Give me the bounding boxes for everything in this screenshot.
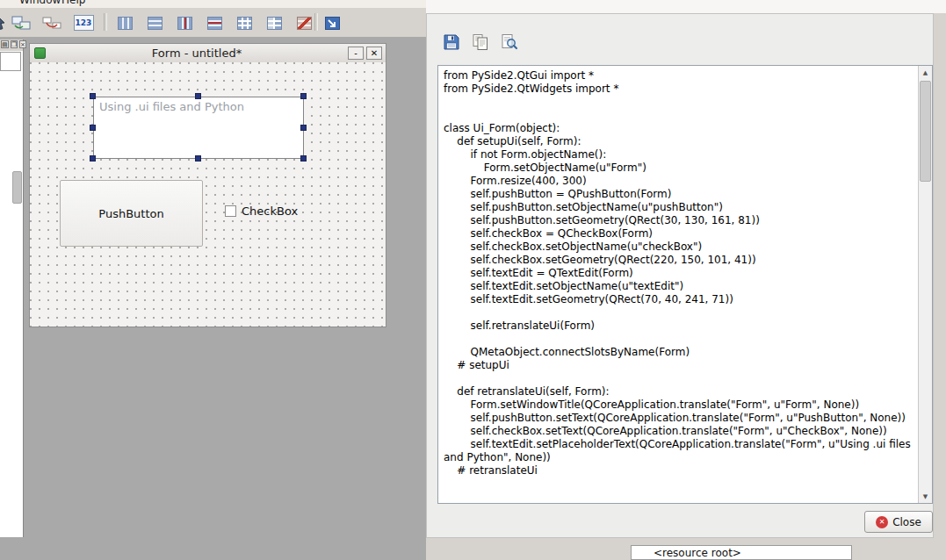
form-icon: [34, 47, 46, 59]
window-background-top-right: [426, 0, 946, 13]
close-icon: ✕: [876, 516, 888, 528]
copy-button[interactable]: [468, 30, 493, 54]
close-button[interactable]: ✕ Close: [864, 511, 933, 533]
selection-handle-nw[interactable]: [90, 93, 96, 99]
edit-buddies-icon: [42, 14, 61, 32]
break-layout-icon: [297, 17, 312, 30]
dock-search-box[interactable]: [0, 52, 21, 71]
lay-out-vertical-splitter-icon: [207, 17, 222, 30]
checkbox-widget[interactable]: CheckBox: [225, 203, 298, 219]
edit-signals-slots-icon: [11, 14, 31, 32]
textedit-widget[interactable]: Using .ui files and Python: [93, 97, 304, 159]
adjust-size-icon: [325, 17, 340, 30]
lay-out-horizontally-icon: [118, 17, 133, 30]
code-preview-dialog: from PySide2.QtGui import * from PySide2…: [426, 13, 934, 538]
dock-close-button[interactable]: ×: [19, 40, 26, 48]
lay-out-form-layout-icon: [267, 17, 282, 30]
selection-handle-n[interactable]: [195, 93, 201, 99]
form-canvas[interactable]: Using .ui files and Python PushButton Ch…: [30, 62, 386, 327]
scroll-down-button[interactable]: ▼: [919, 490, 932, 503]
copy-icon: [471, 32, 490, 52]
edit-tab-order-icon: 123: [74, 15, 94, 31]
selection-handle-s[interactable]: [195, 155, 201, 162]
lay-out-horizontal-splitter-button[interactable]: [172, 11, 197, 35]
resource-root-item[interactable]: <resource root>: [631, 545, 852, 560]
selection-handle-e[interactable]: [300, 125, 307, 131]
edit-tab-order-button[interactable]: 123: [71, 11, 96, 35]
lay-out-vertically-button[interactable]: [142, 11, 167, 35]
main-toolbar: 123: [0, 8, 426, 37]
selection-handle-w[interactable]: [90, 125, 96, 131]
menu-item-help[interactable]: Help: [61, 0, 85, 6]
lay-out-grid-icon: [237, 17, 252, 30]
edit-signals-slots-button[interactable]: [9, 11, 33, 35]
widget-box-panel: ▤ ❐ ×: [0, 39, 24, 537]
checkbox-indicator[interactable]: [225, 205, 236, 217]
save-icon: [442, 32, 461, 52]
lay-out-horizontal-splitter-icon: [177, 17, 192, 30]
lay-out-vertical-splitter-button[interactable]: [202, 11, 227, 35]
form-close-button[interactable]: ✕: [366, 47, 382, 60]
scroll-up-button[interactable]: ▲: [919, 66, 932, 79]
dock-scrollbar-thumb[interactable]: [12, 171, 22, 204]
checkbox-label: CheckBox: [242, 205, 298, 218]
find-button[interactable]: [497, 30, 522, 54]
form-titlebar[interactable]: Form - untitled* - ✕: [30, 44, 386, 63]
dock-float-button[interactable]: ❐: [11, 40, 18, 48]
lay-out-grid-button[interactable]: [232, 11, 256, 35]
code-text: from PySide2.QtGui import * from PySide2…: [438, 66, 918, 503]
toolbar-separator: [314, 13, 318, 31]
form-title: Form - untitled*: [46, 47, 348, 60]
close-button-label: Close: [892, 516, 921, 528]
form-minimize-button[interactable]: -: [348, 47, 364, 60]
code-scrollbar[interactable]: ▲ ▼: [918, 66, 932, 503]
selection-handle-se[interactable]: [300, 155, 307, 162]
form-window: Form - untitled* - ✕ Using .ui files and…: [29, 43, 386, 327]
dock-header[interactable]: ▤ ❐ ×: [0, 39, 23, 51]
pushbutton-widget[interactable]: PushButton: [60, 180, 203, 247]
edit-buddies-button[interactable]: [40, 11, 64, 35]
selection-handle-ne[interactable]: [300, 93, 307, 99]
menu-item-window[interactable]: Window: [19, 0, 61, 6]
dock-menu-button[interactable]: ▤: [1, 40, 9, 48]
lay-out-horizontally-button[interactable]: [112, 11, 137, 35]
edit-widgets-icon: [0, 15, 7, 31]
scrollbar-thumb[interactable]: [920, 81, 931, 182]
lay-out-form-layout-button[interactable]: [262, 11, 286, 35]
adjust-size-button[interactable]: [320, 11, 344, 35]
code-view[interactable]: from PySide2.QtGui import * from PySide2…: [437, 65, 933, 504]
break-layout-button[interactable]: [292, 11, 316, 35]
toolbar-separator: [104, 13, 107, 31]
save-button[interactable]: [439, 30, 464, 54]
selection-handle-sw[interactable]: [90, 155, 96, 162]
find-icon: [500, 32, 519, 52]
lay-out-vertically-icon: [148, 17, 162, 30]
